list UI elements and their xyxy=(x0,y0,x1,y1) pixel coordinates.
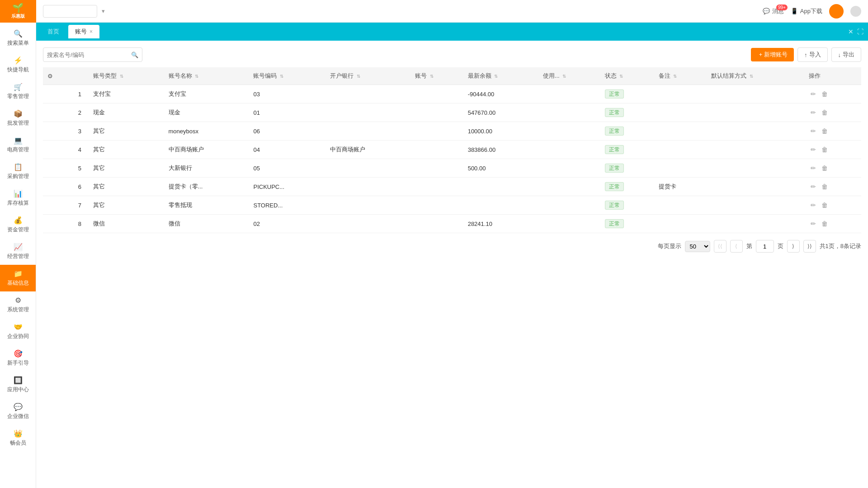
sidebar-item-0[interactable]: 🔍搜索菜单 xyxy=(0,25,36,52)
edit-button-0[interactable]: ✏ xyxy=(809,89,818,99)
sidebar-item-15[interactable]: 👑畅会员 xyxy=(0,425,36,451)
delete-button-4[interactable]: 🗑 xyxy=(820,164,830,173)
row-settlement-4 xyxy=(707,159,804,178)
delete-button-3[interactable]: 🗑 xyxy=(820,145,830,154)
logo-text: 乐惠版 xyxy=(11,13,25,19)
row-bank-5 xyxy=(326,178,410,196)
delete-button-7[interactable]: 🗑 xyxy=(820,219,830,228)
page-size-select[interactable]: 50 100 200 xyxy=(685,241,710,252)
row-bank-4 xyxy=(326,159,410,178)
col-name[interactable]: 账号名称 ⇅ xyxy=(164,67,249,85)
delete-button-2[interactable]: 🗑 xyxy=(820,127,830,136)
col-note[interactable]: 备注 ⇅ xyxy=(654,67,707,85)
row-action-6: ✏ 🗑 xyxy=(804,196,861,215)
edit-button-7[interactable]: ✏ xyxy=(809,219,818,228)
dropdown-arrow-icon[interactable]: ▾ xyxy=(102,8,105,14)
sidebar-item-2[interactable]: 🛒零售管理 xyxy=(0,78,36,105)
top-search-input[interactable] xyxy=(43,5,97,18)
sidebar-item-11[interactable]: 🤝企业协同 xyxy=(0,318,36,345)
sidebar-item-3[interactable]: 📦批发管理 xyxy=(0,105,36,131)
sidebar-icon-4: 💻 xyxy=(14,136,23,145)
message-button[interactable]: 💬 消息 99+ xyxy=(763,7,784,15)
edit-button-6[interactable]: ✏ xyxy=(809,201,818,210)
sidebar-item-5[interactable]: 📋采购管理 xyxy=(0,158,36,185)
tab-close-all-icon[interactable]: ✕ xyxy=(848,28,854,35)
delete-button-6[interactable]: 🗑 xyxy=(820,201,830,210)
first-page-button[interactable]: ⟨⟨ xyxy=(714,240,726,253)
row-account-5 xyxy=(410,178,463,196)
tab-home[interactable]: 首页 xyxy=(41,25,66,38)
sidebar-item-6[interactable]: 📊库存核算 xyxy=(0,185,36,211)
edit-button-2[interactable]: ✏ xyxy=(809,127,818,136)
row-type-7: 微信 xyxy=(89,215,164,233)
col-usage[interactable]: 使用... ⇅ xyxy=(538,67,600,85)
col-code[interactable]: 账号编码 ⇅ xyxy=(249,67,326,85)
table-row: 8 微信 微信 02 28241.10 正常 ✏ 🗑 xyxy=(43,215,861,233)
toolbar-right: + 新增账号 ↑ 导入 ↓ 导出 xyxy=(751,47,861,62)
sidebar-item-12[interactable]: 🎯新手引导 xyxy=(0,345,36,371)
search-icon[interactable]: 🔍 xyxy=(131,52,138,58)
row-settings-3 xyxy=(43,141,71,159)
sidebar-item-4[interactable]: 💻电商管理 xyxy=(0,131,36,158)
prev-page-button[interactable]: ⟨ xyxy=(730,240,743,253)
app-download-button[interactable]: 📱 App下载 xyxy=(791,7,822,15)
tab-expand-icon[interactable]: ⛶ xyxy=(857,28,863,35)
export-button[interactable]: ↓ 导出 xyxy=(831,47,862,62)
row-num-0: 1 xyxy=(71,85,89,103)
edit-button-4[interactable]: ✏ xyxy=(809,164,818,173)
sidebar-label-0: 搜索菜单 xyxy=(7,39,29,47)
row-action-3: ✏ 🗑 xyxy=(804,141,861,159)
user-avatar[interactable] xyxy=(829,4,844,19)
sidebar-icon-5: 📋 xyxy=(14,163,23,171)
delete-button-0[interactable]: 🗑 xyxy=(820,89,830,99)
sidebar-icon-11: 🤝 xyxy=(14,323,23,331)
sidebar-label-11: 企业协同 xyxy=(7,333,29,340)
row-account-7 xyxy=(410,215,463,233)
col-settings[interactable]: ⚙ xyxy=(43,67,71,85)
pagination-bar: 每页显示 50 100 200 ⟨⟨ ⟨ 第 页 ⟩ ⟩⟩ 共1页，8条记录 xyxy=(43,240,861,253)
tab-close-icon[interactable]: × xyxy=(90,29,93,34)
col-type[interactable]: 账号类型 ⇅ xyxy=(89,67,164,85)
row-usage-2 xyxy=(538,122,600,141)
row-settlement-1 xyxy=(707,103,804,122)
sidebar-item-1[interactable]: ⚡快捷导航 xyxy=(0,52,36,78)
col-bank[interactable]: 开户银行 ⇅ xyxy=(326,67,410,85)
delete-button-1[interactable]: 🗑 xyxy=(820,108,830,117)
sidebar-item-14[interactable]: 💬企业微信 xyxy=(0,398,36,425)
last-page-button[interactable]: ⟩⟩ xyxy=(803,240,816,253)
import-label: 导入 xyxy=(809,51,821,59)
search-input[interactable] xyxy=(47,52,131,58)
col-settlement[interactable]: 默认结算方式 ⇅ xyxy=(707,67,804,85)
row-usage-6 xyxy=(538,196,600,215)
sidebar-item-13[interactable]: 🔲应用中心 xyxy=(0,371,36,398)
sidebar-icon-6: 📊 xyxy=(14,189,23,198)
sidebar-label-13: 应用中心 xyxy=(7,386,29,394)
row-settings-1 xyxy=(43,103,71,122)
import-button[interactable]: ↑ 导入 xyxy=(797,47,828,62)
next-page-button[interactable]: ⟩ xyxy=(787,240,800,253)
user-avatar-extra[interactable] xyxy=(850,6,861,17)
row-action-1: ✏ 🗑 xyxy=(804,103,861,122)
edit-button-1[interactable]: ✏ xyxy=(809,108,818,117)
add-account-button[interactable]: + 新增账号 xyxy=(751,48,794,61)
col-action: 操作 xyxy=(804,67,861,85)
col-status[interactable]: 状态 ⇅ xyxy=(600,67,654,85)
edit-button-5[interactable]: ✏ xyxy=(809,182,818,191)
col-account[interactable]: 账号 ⇅ xyxy=(410,67,463,85)
sidebar-item-9[interactable]: 📁基础信息 xyxy=(0,265,36,291)
row-account-2 xyxy=(410,122,463,141)
export-icon: ↓ xyxy=(838,52,841,58)
sidebar-item-8[interactable]: 📈经营管理 xyxy=(0,238,36,265)
delete-button-5[interactable]: 🗑 xyxy=(820,182,830,191)
sidebar-item-10[interactable]: ⚙系统管理 xyxy=(0,291,36,318)
page-input[interactable] xyxy=(756,240,774,253)
row-settlement-6 xyxy=(707,196,804,215)
tab-account[interactable]: 账号 × xyxy=(68,25,99,38)
sidebar-icon-9: 📁 xyxy=(14,269,23,278)
sidebar-item-7[interactable]: 💰资金管理 xyxy=(0,211,36,238)
col-balance[interactable]: 最新余额 ⇅ xyxy=(463,67,538,85)
edit-button-3[interactable]: ✏ xyxy=(809,145,818,154)
col-num xyxy=(71,67,89,85)
row-balance-3: 383866.00 xyxy=(463,141,538,159)
row-usage-3 xyxy=(538,141,600,159)
